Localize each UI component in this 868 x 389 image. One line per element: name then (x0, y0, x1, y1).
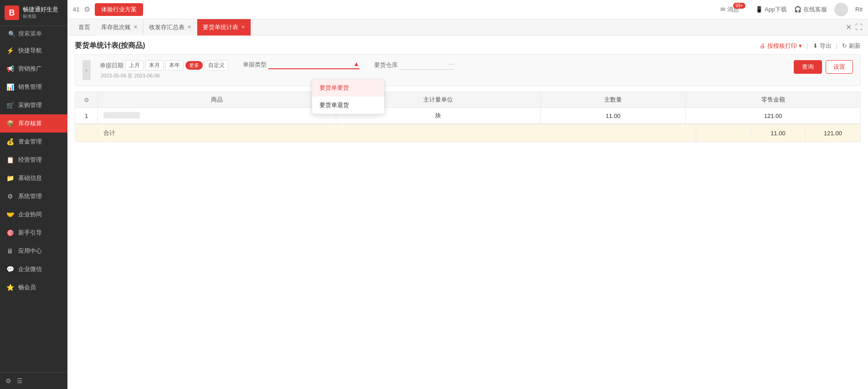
filter-type-group: 单据类型 ▲ (243, 60, 360, 69)
trial-button[interactable]: 体验行业方案 (95, 3, 143, 16)
sidebar-item-label: 经营管理 (18, 156, 42, 164)
sidebar-item-corp[interactable]: 🤝 企业协同 (0, 205, 67, 224)
tab-actions: ✕ ⛶ (846, 23, 863, 31)
page-title: 要货单统计表(按商品) (75, 41, 145, 51)
sidebar-item-label: 基础信息 (18, 174, 42, 182)
tab-batch-close[interactable]: ✕ (134, 24, 138, 30)
sidebar-nav: ⚡ 快捷导航 📢 营销推广 📊 销售管理 🛒 采购管理 📦 库存核算 💰 资金管… (0, 41, 67, 372)
sidebar-item-vip[interactable]: ⭐ 畅会员 (0, 278, 67, 297)
filter-expand-btn[interactable]: › (82, 60, 91, 80)
dropdown-item-return[interactable]: 要货单退货 (312, 97, 384, 114)
table-settings-icon[interactable]: ⚙ (84, 97, 89, 103)
tab-delivery[interactable]: 收发存汇总表 ✕ (144, 19, 197, 36)
date-prev-month-btn[interactable]: 上月 (125, 60, 144, 71)
type-dropdown-arrow: ▲ (353, 60, 360, 67)
dropdown-item-requisition[interactable]: 要货单要货 (312, 79, 384, 97)
tab-home[interactable]: 首页 (73, 19, 96, 36)
col-settings: ⚙ (75, 92, 98, 108)
topbar: 41 ⚙ 体验行业方案 ✉ 消息 99+ 📱 App下载 🎧 在线客服 Rit (67, 0, 868, 19)
sidebar-item-weixin[interactable]: 💬 企业微信 (0, 260, 67, 278)
col-qty-header: 主数量 (540, 92, 686, 108)
tab-requisition-close[interactable]: ✕ (241, 24, 245, 30)
guide-icon: 🎯 (5, 228, 15, 237)
page-header: 要货单统计表(按商品) 🖨 按模板打印 ▾ | ⬇ 导出 | ↻ 刷新 (67, 36, 868, 54)
sidebar-item-label: 营销推广 (18, 65, 42, 73)
sidebar: B 畅捷通好生意 标准版 🔍 搜索菜单 ⚡ 快捷导航 📢 营销推广 📊 销售管理… (0, 0, 67, 389)
breadcrumb-num: 41 (73, 6, 79, 13)
sidebar-item-label: 畅会员 (18, 283, 36, 292)
date-custom-btn[interactable]: 自定义 (205, 60, 228, 71)
basic-icon: 📁 (5, 174, 15, 183)
sidebar-item-guide[interactable]: 🎯 新手引导 (0, 224, 67, 242)
refresh-button[interactable]: ↻ 刷新 (842, 42, 861, 50)
footer-unit (696, 128, 751, 138)
date-label: 单据日期 (100, 61, 123, 70)
sidebar-item-finance[interactable]: 💰 资金管理 (0, 133, 67, 151)
close-tab-btn[interactable]: ✕ (846, 23, 852, 31)
tab-delivery-close[interactable]: ✕ (187, 24, 191, 30)
tab-batch-label: 库存批次账 (101, 23, 131, 31)
filter-area: › 单据日期 上月 本月 本年 更多 自定义 2023-05-06 至 2023… (75, 54, 861, 86)
tab-requisition[interactable]: 要货单统计表 ✕ (197, 19, 251, 36)
service-icon: 🎧 (794, 6, 801, 13)
page-content: 要货单统计表(按商品) 🖨 按模板打印 ▾ | ⬇ 导出 | ↻ 刷新 (67, 36, 868, 389)
topbar-settings-icon[interactable]: ⚙ (84, 5, 90, 14)
export-label: 导出 (820, 42, 832, 50)
filter-type-row: 单据类型 ▲ (243, 60, 360, 69)
filter-expand-col: › (82, 60, 92, 80)
sidebar-item-shortcut[interactable]: ⚡ 快捷导航 (0, 41, 67, 60)
sidebar-item-label: 企业协同 (18, 210, 42, 219)
product-blurred (103, 112, 140, 118)
warehouse-more-icon[interactable]: ··· (448, 60, 454, 68)
sidebar-item-inventory[interactable]: 📦 库存核算 (0, 114, 67, 133)
online-service-btn[interactable]: 🎧 在线客服 (794, 5, 827, 14)
date-more-badge[interactable]: 更多 (185, 61, 203, 70)
footer-qty: 11.00 (751, 125, 806, 141)
filter-type-select[interactable]: ▲ (268, 60, 360, 69)
settings-button[interactable]: 设置 (826, 60, 853, 74)
print-icon: 🖨 (760, 42, 765, 49)
sidebar-item-label: 销售管理 (18, 83, 42, 91)
data-table-wrap: ⚙ 商品 主计量单位 主数量 零售金额 1 块 (75, 92, 861, 124)
search-menu[interactable]: 🔍 搜索菜单 (0, 26, 67, 41)
operation-icon: 📋 (5, 155, 15, 164)
sidebar-item-marketing[interactable]: 📢 营销推广 (0, 60, 67, 78)
purchase-icon: 🛒 (5, 101, 15, 110)
settings-icon[interactable]: ⚙ (5, 377, 11, 384)
sidebar-item-label: 新手引导 (18, 229, 42, 237)
query-button[interactable]: 查询 (794, 60, 822, 74)
refresh-label: 刷新 (849, 42, 861, 50)
fullscreen-btn[interactable]: ⛶ (855, 23, 863, 31)
sidebar-item-operation[interactable]: 📋 经营管理 (0, 151, 67, 169)
sidebar-item-sales[interactable]: 📊 销售管理 (0, 78, 67, 96)
filter-right-buttons: 查询 设置 (794, 60, 853, 74)
date-cur-month-btn[interactable]: 本月 (145, 60, 164, 71)
tab-delivery-label: 收发存汇总表 (149, 23, 185, 31)
tab-batch[interactable]: 库存批次账 ✕ (96, 19, 144, 36)
sidebar-item-system[interactable]: ⚙ 系统管理 (0, 187, 67, 205)
sidebar-item-basic[interactable]: 📁 基础信息 (0, 169, 67, 187)
cell-product (98, 108, 336, 124)
service-label: 在线客服 (803, 5, 827, 14)
filter-warehouse-input[interactable]: ··· (400, 60, 454, 70)
sidebar-item-label: 系统管理 (18, 192, 42, 200)
appstore-icon: 🖥 (5, 246, 15, 256)
collapse-icon[interactable]: ☰ (17, 377, 23, 384)
sidebar-item-label: 快捷导航 (18, 46, 42, 55)
corp-icon: 🤝 (5, 210, 15, 219)
system-icon: ⚙ (5, 192, 15, 201)
export-button[interactable]: ⬇ 导出 (813, 42, 832, 50)
messages-badge: 99+ (733, 3, 745, 9)
filter-warehouse-row: 要货仓库 ··· (374, 60, 454, 70)
print-button[interactable]: 🖨 按模板打印 ▾ (760, 42, 802, 50)
shortcut-icon: ⚡ (5, 46, 15, 55)
app-name: 畅捷通好生意 (23, 6, 58, 14)
footer-amount: 121.00 (806, 125, 860, 141)
sidebar-item-purchase[interactable]: 🛒 采购管理 (0, 96, 67, 114)
sidebar-item-label: 采购管理 (18, 101, 42, 109)
sidebar-item-label: 资金管理 (18, 138, 42, 146)
sidebar-item-appstore[interactable]: 🖥 应用中心 (0, 242, 67, 260)
date-cur-year-btn[interactable]: 本年 (165, 60, 184, 71)
app-download-btn[interactable]: 📱 App下载 (755, 5, 787, 14)
messages-btn[interactable]: ✉ 消息 99+ (720, 5, 739, 14)
